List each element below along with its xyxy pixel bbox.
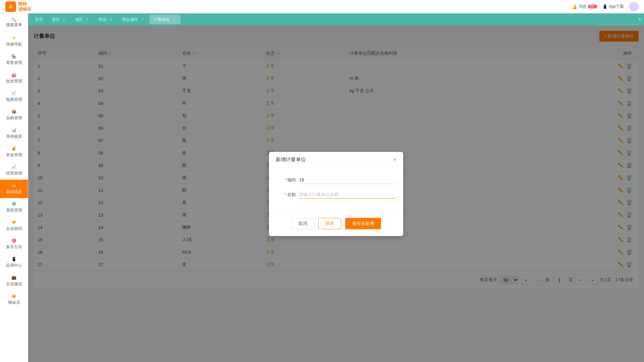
sidebar-item-members[interactable]: 👑 嗨会员	[0, 290, 28, 309]
main-layout: 🔍 搜索菜单 ⚡ 快捷导航 🏪 零售管理 🏭 批发管理 🛒 电商管理 📦 采购管…	[0, 13, 644, 362]
content-area: 首页 项目 × 地区 × 商品 × 商品属性 × 计量单位 × ×	[28, 13, 644, 362]
cancel-button[interactable]: 取消	[291, 218, 314, 229]
tab-regions[interactable]: 地区 ×	[71, 15, 94, 24]
sidebar-item-finance[interactable]: 💰 资金管理	[0, 143, 28, 161]
tab-close-attributes[interactable]: ×	[140, 17, 145, 22]
wholesale-icon: 🏭	[11, 72, 16, 77]
sidebar-item-enterprise[interactable]: 💼 企业微信	[0, 272, 28, 290]
retail-icon: 🏪	[11, 54, 16, 59]
modal-footer: 取消 保存 保存并新增	[269, 214, 403, 236]
save-new-button[interactable]: 保存并新增	[345, 218, 381, 229]
logo-icon: A	[5, 1, 16, 12]
modal-header: 新增计量单位 ×	[269, 152, 403, 168]
top-bar-right: 🔔 消息 99+ 📱 App下载	[572, 2, 639, 11]
sidebar-item-retail[interactable]: 🏪 零售管理	[0, 51, 28, 69]
tab-close-units[interactable]: ×	[172, 17, 176, 22]
tab-units[interactable]: 计量单位 ×	[150, 15, 180, 24]
sidebar-item-basic[interactable]: 🗂 基础信息	[0, 180, 28, 198]
sidebar-item-appcenter[interactable]: 📱 应用中心	[0, 253, 28, 272]
modal-body: *编码 *名称	[269, 168, 403, 214]
mobile-icon: 📱	[602, 4, 607, 9]
modal-close-button[interactable]: ×	[393, 157, 396, 163]
nav-icon: ⚡	[11, 36, 16, 40]
partnership-icon: 🤝	[11, 220, 16, 225]
app-download-button[interactable]: 📱 App下载	[602, 4, 624, 9]
modal-title: 新增计量单位	[276, 157, 306, 163]
save-button[interactable]: 保存	[318, 218, 341, 229]
tab-close-regions[interactable]: ×	[85, 17, 90, 22]
tab-projects[interactable]: 项目 ×	[48, 15, 70, 24]
search-icon: 🔍	[1, 17, 26, 22]
code-input[interactable]	[299, 176, 396, 184]
sidebar-item-operations[interactable]: 📈 经营管理	[0, 161, 28, 180]
purchase-icon: 📦	[11, 109, 16, 114]
messages-button[interactable]: 🔔 消息 99+	[572, 4, 597, 9]
sidebar-item-ecommerce[interactable]: 🛒 电商管理	[0, 87, 28, 106]
sidebar-item-partnership[interactable]: 🤝 企业协同	[0, 217, 28, 235]
basic-icon: 🗂	[12, 183, 16, 188]
tab-home[interactable]: 首页	[31, 15, 47, 24]
newbie-icon: 🎯	[11, 238, 16, 243]
add-unit-modal: 新增计量单位 × *编码 *名称	[269, 152, 403, 236]
sidebar-item-nav[interactable]: ⚡ 快捷导航	[0, 32, 28, 51]
sidebar-item-inventory[interactable]: 📊 库存核算	[0, 124, 28, 143]
sidebar-item-system[interactable]: ⚙️ 系统管理	[0, 198, 28, 217]
tab-close-products[interactable]: ×	[109, 17, 113, 22]
name-label: *名称	[276, 192, 296, 198]
logo-area: A 橙柿 进销存	[5, 1, 34, 12]
code-label: *编码	[276, 177, 296, 183]
system-icon: ⚙️	[11, 201, 16, 206]
inventory-icon: 📊	[11, 128, 16, 132]
sidebar-item-newbie[interactable]: 🎯 新手引导	[0, 235, 28, 253]
page-content: 计量单位 + 新增计量单位 序号 编码 ▲▼	[28, 25, 644, 362]
messages-badge: 99+	[588, 5, 597, 8]
enterprise-icon: 💼	[11, 275, 16, 280]
operations-icon: 📈	[11, 165, 16, 169]
tab-products[interactable]: 商品 ×	[95, 15, 117, 24]
top-bar: A 橙柿 进销存 🔔 消息 99+ 📱 App下载	[0, 0, 644, 13]
name-form-row: *名称	[276, 191, 396, 199]
code-form-row: *编码	[276, 176, 396, 184]
members-icon: 👑	[11, 294, 16, 298]
tab-bar: 首页 项目 × 地区 × 商品 × 商品属性 × 计量单位 × ×	[28, 13, 644, 25]
modal-overlay: 新增计量单位 × *编码 *名称	[28, 25, 644, 362]
finance-icon: 💰	[11, 146, 16, 151]
sidebar-item-purchase[interactable]: 📦 采购管理	[0, 106, 28, 124]
avatar[interactable]	[629, 2, 639, 11]
sidebar-search[interactable]: 🔍 搜索菜单	[0, 13, 28, 32]
tab-bar-close-all[interactable]: ×	[638, 16, 641, 22]
appcenter-icon: 📱	[11, 257, 16, 261]
sidebar: 🔍 搜索菜单 ⚡ 快捷导航 🏪 零售管理 🏭 批发管理 🛒 电商管理 📦 采购管…	[0, 13, 28, 362]
top-bar-left: A 橙柿 进销存	[5, 1, 34, 12]
logo-text: 橙柿 进销存	[18, 1, 31, 12]
name-input[interactable]	[299, 191, 396, 199]
ecommerce-icon: 🛒	[11, 91, 16, 96]
tab-close-projects[interactable]: ×	[62, 17, 66, 22]
sidebar-item-wholesale[interactable]: 🏭 批发管理	[0, 69, 28, 87]
tab-attributes[interactable]: 商品属性 ×	[118, 15, 149, 24]
bell-icon: 🔔	[572, 4, 577, 9]
